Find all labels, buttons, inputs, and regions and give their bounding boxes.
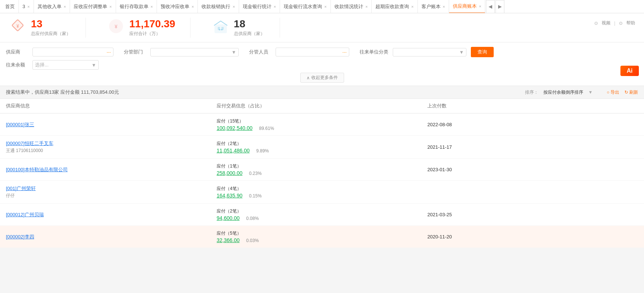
video-link[interactable]: 视频: [602, 20, 610, 26]
payable-pct: 9.89%: [256, 148, 269, 154]
payable-amount-link[interactable]: 164,635.90: [217, 193, 242, 199]
category-filter-label: 往来单位分类: [360, 49, 388, 55]
tab-customer[interactable]: 客户账本 ×: [418, 0, 449, 13]
supplier-info-cell: [000001]张三: [6, 121, 217, 128]
payable-label: 应付（1笔）: [217, 163, 427, 169]
ap-amount-label: 应付合计（万）: [129, 31, 175, 37]
total-suppliers-label: 总供应商（家）: [234, 31, 265, 37]
payable-amount-link[interactable]: 258,000.00: [217, 170, 242, 176]
export-icon: ○: [607, 90, 609, 95]
category-filter-select-wrap[interactable]: ▼: [393, 48, 466, 56]
close-tab-3[interactable]: ×: [27, 4, 29, 9]
collapse-button[interactable]: ∧ 收起更多条件: [300, 73, 344, 83]
close-tab-cash-bank-stat[interactable]: ×: [274, 4, 276, 9]
filter-row-1: 供应商 ··· 分管部门 ▼ 分管人员 ··· 往来单位分类 ▼ 查询: [6, 47, 638, 57]
close-tab-receipt-stat[interactable]: ×: [365, 4, 368, 9]
refresh-icon: ↻: [624, 90, 628, 95]
query-button[interactable]: 查询: [471, 47, 494, 57]
last-pay-date: 2023-01-30: [427, 167, 638, 172]
supplier-filter-input-wrap[interactable]: ···: [32, 48, 113, 56]
tab-bank-deposit[interactable]: 银行存取款单 ×: [116, 0, 157, 13]
tab-other-income[interactable]: 其他收入单 ×: [34, 0, 70, 13]
tab-supplier[interactable]: 供应商账本 ×: [449, 0, 485, 13]
tab-receipt-stat[interactable]: 收款情况统计 ×: [331, 0, 372, 13]
close-tab-advance[interactable]: ×: [192, 4, 194, 9]
ap-suppliers-label: 总应付供应商（家）: [31, 31, 71, 37]
supplier-info-cell: [000100]本特勒油品有限公司: [6, 166, 217, 173]
payable-info-cell: 应付（2笔） 94,600.00 0.08%: [217, 208, 427, 221]
total-suppliers-number: 18: [234, 18, 265, 30]
supplier-info-cell: [000002]李四: [6, 234, 217, 240]
category-filter-arrow-icon[interactable]: ▼: [459, 49, 464, 55]
tab-cash-flow[interactable]: 现金银行流水查询 ×: [280, 0, 330, 13]
sort-value[interactable]: 按应付余额倒序排序: [543, 89, 583, 96]
payable-row: 11,051,486.00 9.89%: [217, 147, 427, 154]
dept-filter-arrow-icon[interactable]: ▼: [231, 49, 236, 55]
close-tab-ap-adjust[interactable]: ×: [109, 4, 112, 9]
payable-info-cell: 应付（4笔） 164,635.90 0.15%: [217, 186, 427, 199]
supplier-name-link[interactable]: [000100]本特勒油品有限公司: [6, 166, 217, 173]
col-payable-header: 应付交易信息（占比）: [217, 103, 427, 109]
stat-ap-suppliers: ¥ 13 总应付供应商（家）: [6, 18, 86, 38]
person-filter-dots-icon[interactable]: ···: [342, 49, 347, 55]
payable-amount-link[interactable]: 100,092,540.00: [217, 125, 252, 131]
supplier-filter-input[interactable]: [35, 49, 106, 55]
payable-amount-link[interactable]: 32,366.00: [217, 237, 239, 243]
tab-receipt-exec[interactable]: 收款核销执行 ×: [198, 0, 239, 13]
result-summary: 搜索结果中，供应商13家 应付金额 111,703,854.00元: [6, 89, 119, 96]
payable-pct: 0.23%: [249, 171, 262, 176]
col-lastpay-header: 上次付数: [427, 103, 638, 109]
nav-arrow-left[interactable]: ◀: [486, 0, 495, 13]
video-link-icon: ⊙: [594, 21, 598, 26]
tab-home[interactable]: 首页: [1, 0, 19, 13]
payable-row: 164,635.90 0.15%: [217, 192, 427, 199]
supplier-filter-dots-icon[interactable]: ···: [106, 49, 111, 55]
balance-filter-select-wrap[interactable]: 选择... ▼: [32, 60, 99, 70]
close-tab-customer[interactable]: ×: [443, 4, 445, 9]
payable-label: 应付（2笔）: [217, 141, 427, 147]
tab-3[interactable]: 3 ×: [19, 0, 34, 13]
close-tab-receipt-exec[interactable]: ×: [232, 4, 235, 9]
supplier-info-cell: [000007]恒旺二手叉车 王通 17106110000: [6, 140, 217, 154]
ai-badge[interactable]: Ai: [620, 66, 639, 76]
close-tab-cash-flow[interactable]: ×: [324, 4, 326, 9]
supplier-name-link[interactable]: [001]广州荣轩: [6, 185, 217, 192]
table-row: [000007]恒旺二手叉车 王通 17106110000 应付（2笔） 11,…: [0, 136, 644, 159]
payable-amount-link[interactable]: 11,051,486.00: [217, 148, 250, 154]
tab-ap-adjust[interactable]: 应收应付调整单 ×: [70, 0, 116, 13]
tab-advance[interactable]: 预收冲应收单 ×: [157, 0, 198, 13]
ap-suppliers-number: 13: [31, 18, 71, 30]
top-links: ⊙ 视频 | ⊙ 帮助: [594, 18, 635, 26]
sort-arrow-icon[interactable]: ▼: [588, 90, 593, 95]
table-row: [000100]本特勒油品有限公司 应付（1笔） 258,000.00 0.23…: [0, 159, 644, 181]
person-filter-input[interactable]: [278, 49, 342, 55]
nav-arrow-right[interactable]: ▶: [496, 0, 504, 13]
close-tab-supplier[interactable]: ×: [479, 4, 481, 8]
person-filter-input-wrap[interactable]: ···: [276, 48, 349, 56]
payable-amount-link[interactable]: 94,600.00: [217, 215, 239, 221]
supplier-name-link[interactable]: [000002]李四: [6, 234, 217, 240]
help-link[interactable]: 帮助: [626, 20, 635, 26]
supplier-name-link[interactable]: [000007]恒旺二手叉车: [6, 140, 217, 147]
filter-bar: 供应商 ··· 分管部门 ▼ 分管人员 ··· 往来单位分类 ▼ 查询 往来余额…: [0, 42, 644, 86]
close-tab-bank-deposit[interactable]: ×: [151, 4, 153, 9]
export-button[interactable]: ○ 导出: [607, 89, 619, 96]
table-row: [000012]广州贝瑞 应付（2笔） 94,600.00 0.08% 2021…: [0, 204, 644, 226]
close-tab-other-income[interactable]: ×: [64, 4, 66, 9]
dept-filter-select-wrap[interactable]: ▼: [150, 48, 239, 56]
stat-total-suppliers: 18 总供应商（家）: [190, 18, 280, 38]
payable-info-cell: 应付（5笔） 32,366.00 0.03%: [217, 230, 427, 243]
refresh-button[interactable]: ↻ 刷新: [624, 89, 638, 96]
tab-overdue[interactable]: 超期应收款查询 ×: [372, 0, 417, 13]
balance-filter-arrow-icon[interactable]: ▼: [91, 62, 96, 68]
payable-pct: 0.15%: [249, 193, 262, 199]
svg-text:¥: ¥: [17, 24, 19, 29]
close-tab-overdue[interactable]: ×: [411, 4, 413, 9]
top-navigation: 首页 3 × 其他收入单 × 应收应付调整单 × 银行存取款单 × 预收冲应收单…: [0, 0, 644, 13]
data-table: 供应商信息 应付交易信息（占比） 上次付数 [000001]张三 应付（15笔）…: [0, 99, 644, 248]
tab-cash-bank-stat[interactable]: 现金银行统计 ×: [239, 0, 280, 13]
supplier-name-link[interactable]: [000001]张三: [6, 121, 217, 128]
payable-pct: 89.61%: [259, 126, 274, 131]
svg-rect-8: [219, 29, 220, 30]
supplier-name-link[interactable]: [000012]广州贝瑞: [6, 211, 217, 218]
